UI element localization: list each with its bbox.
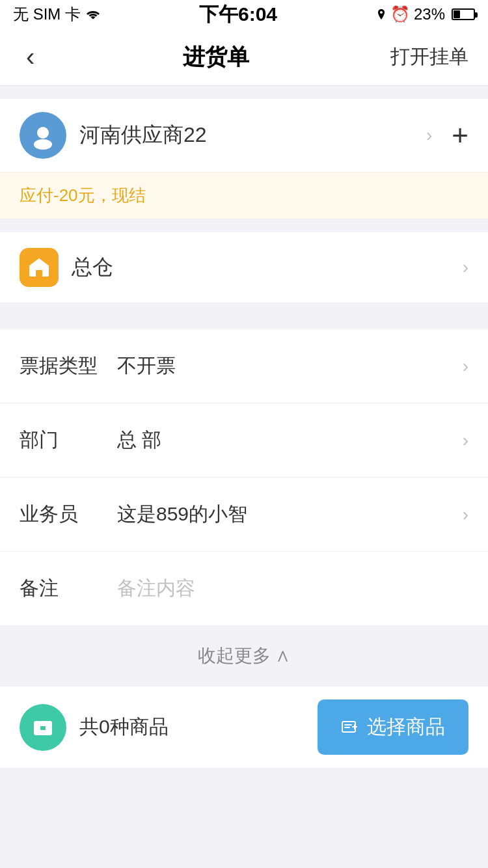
remark-row[interactable]: 备注 备注内容 [0, 552, 488, 625]
select-product-label: 选择商品 [367, 714, 445, 740]
svg-rect-6 [40, 726, 46, 730]
supplier-notice: 应付-20元，现结 [0, 172, 488, 219]
form-section: 票据类型 不开票 › 部门 总 部 › 业务员 这是859的小智 › 备注 备注… [0, 329, 488, 625]
svg-point-0 [37, 127, 49, 139]
status-time: 下午6:04 [199, 1, 277, 28]
warehouse-row[interactable]: 总仓 › [0, 232, 488, 303]
battery-text: 23% [414, 5, 445, 23]
svg-rect-4 [36, 270, 42, 277]
collapse-text: 收起更多 ∧ [198, 644, 291, 668]
wifi-icon [86, 5, 100, 23]
supplier-avatar [20, 112, 66, 159]
page-title: 进货单 [183, 42, 249, 72]
location-icon [376, 5, 386, 23]
product-count: 共0种商品 [79, 714, 318, 740]
department-label: 部门 [20, 427, 111, 454]
warehouse-arrow-icon: › [463, 257, 468, 278]
nav-bar: ‹ 进货单 打开挂单 [0, 29, 488, 86]
invoice-type-value: 不开票 [117, 353, 463, 379]
status-bar: 无 SIM 卡 下午6:04 ⏰ 23% [0, 0, 488, 29]
department-value: 总 部 [117, 427, 463, 454]
status-left: 无 SIM 卡 [13, 4, 100, 25]
section-gap-1 [0, 219, 488, 232]
section-gap-2 [0, 303, 488, 316]
back-button[interactable]: ‹ [20, 36, 41, 78]
department-row[interactable]: 部门 总 部 › [0, 403, 488, 478]
salesperson-arrow-icon: › [463, 504, 468, 525]
salesperson-row[interactable]: 业务员 这是859的小智 › [0, 478, 488, 552]
warehouse-icon [20, 248, 59, 287]
top-divider [0, 86, 488, 99]
department-arrow-icon: › [463, 430, 468, 451]
invoice-type-arrow-icon: › [463, 356, 468, 377]
invoice-type-row[interactable]: 票据类型 不开票 › [0, 329, 488, 403]
supplier-arrow-icon: › [426, 125, 432, 146]
product-icon [20, 704, 66, 751]
status-right: ⏰ 23% [376, 5, 475, 23]
alarm-icon: ⏰ [390, 5, 410, 23]
svg-point-1 [34, 139, 52, 150]
svg-marker-3 [29, 258, 49, 266]
open-hold-button[interactable]: 打开挂单 [390, 44, 468, 70]
supplier-name: 河南供应商22 [79, 121, 426, 150]
product-section: 共0种商品 选择商品 [0, 686, 488, 768]
collapse-row[interactable]: 收起更多 ∧ [0, 625, 488, 686]
battery-icon [452, 8, 475, 20]
salesperson-value: 这是859的小智 [117, 501, 463, 528]
remark-input[interactable]: 备注内容 [117, 575, 468, 602]
remaining-background [0, 768, 488, 868]
remark-label: 备注 [20, 575, 111, 602]
warehouse-name: 总仓 [72, 253, 463, 282]
salesperson-label: 业务员 [20, 501, 111, 528]
invoice-type-label: 票据类型 [20, 353, 111, 379]
supplier-card: 河南供应商22 › + 应付-20元，现结 [0, 99, 488, 219]
select-product-button[interactable]: 选择商品 [318, 699, 468, 755]
carrier-text: 无 SIM 卡 [13, 4, 81, 25]
add-supplier-button[interactable]: + [452, 121, 468, 150]
supplier-row[interactable]: 河南供应商22 › + [0, 99, 488, 172]
